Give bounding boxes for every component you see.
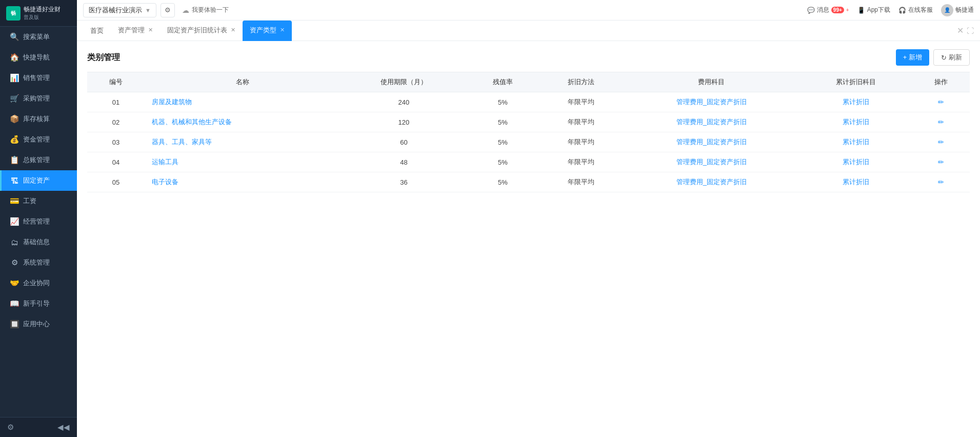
depreciation-tab-label: 固定资产折旧统计表 (167, 26, 227, 35)
edit-icon[interactable]: ✏ (938, 98, 944, 106)
cell-name: 电子设备 (145, 172, 341, 192)
sidebar-item-label: 新手引导 (23, 299, 50, 308)
sidebar-item-quick-nav[interactable]: 🏠 快捷导航 (0, 47, 77, 68)
tab-depreciation-table[interactable]: 固定资产折旧统计表 ✕ (160, 21, 243, 41)
customer-service-button[interactable]: 🎧 在线客服 (898, 6, 933, 14)
logo-text: 畅捷通好业财 普及版 (24, 5, 61, 21)
new-button[interactable]: + 新增 (896, 49, 929, 66)
home-icon: 🏠 (10, 53, 19, 62)
panel-actions: + 新增 ↻ 刷新 (896, 49, 970, 66)
cell-name: 机器、机械和其他生产设备 (145, 112, 341, 132)
sidebar-item-search[interactable]: 🔍 搜索菜单 (0, 27, 77, 47)
col-residual-rate: 残值率 (467, 72, 538, 92)
cell-operation: ✏ (912, 172, 970, 192)
cell-operation: ✏ (912, 112, 970, 132)
sidebar-item-label: 销售管理 (23, 73, 50, 83)
edit-icon[interactable]: ✏ (938, 178, 944, 186)
main-area: 医疗器械行业演示 ▼ ⚙ ☁ 我要体验一下 💬 消息 99+ + 📱 App下载… (77, 0, 980, 437)
user-profile[interactable]: 👤 畅捷通 (941, 4, 974, 16)
cell-code: 02 (87, 112, 145, 132)
folder-icon: 🗂 (10, 238, 19, 247)
refresh-label: 刷新 (949, 53, 962, 62)
sidebar-item-sales[interactable]: 📊 销售管理 (0, 68, 77, 88)
sidebar-item-purchase[interactable]: 🛒 采购管理 (0, 88, 77, 109)
tab-home[interactable]: 首页 (83, 21, 111, 41)
cell-code: 04 (87, 152, 145, 172)
app-download-label: App下载 (867, 6, 890, 14)
cell-accum-depreciation: 累计折旧 (799, 92, 912, 112)
cell-expense-account: 管理费用_固定资产折旧 (624, 92, 799, 112)
settings-button[interactable]: ⚙ (161, 3, 175, 17)
cell-useful-life: 48 (341, 152, 467, 172)
sidebar-item-operations[interactable]: 📈 经营管理 (0, 211, 77, 232)
col-accum-depreciation: 累计折旧科目 (799, 72, 912, 92)
cell-accum-depreciation: 累计折旧 (799, 112, 912, 132)
cell-depreciation-method: 年限平均 (538, 152, 624, 172)
message-icon: 💬 (807, 7, 815, 14)
operations-icon: 📈 (10, 217, 19, 226)
cloud-icon: ☁ (182, 6, 189, 14)
cell-residual-rate: 5% (467, 152, 538, 172)
sidebar-item-cooperation[interactable]: 🤝 企业协同 (0, 273, 77, 293)
close-icon[interactable]: ✕ (148, 27, 153, 33)
topbar-right: 💬 消息 99+ + 📱 App下载 🎧 在线客服 👤 畅捷通 (807, 4, 974, 16)
cell-depreciation-method: 年限平均 (538, 112, 624, 132)
sidebar-item-label: 库存核算 (23, 114, 50, 124)
close-window-icon[interactable]: ✕ (957, 26, 964, 35)
tab-asset-mgmt[interactable]: 资产管理 ✕ (111, 21, 160, 41)
refresh-button[interactable]: ↻ 刷新 (933, 49, 970, 66)
sidebar-item-inventory[interactable]: 📦 库存核算 (0, 109, 77, 129)
sidebar-item-label: 经营管理 (23, 217, 50, 226)
tabbar: 首页 资产管理 ✕ 固定资产折旧统计表 ✕ 资产类型 ✕ ✕ ⛶ (77, 21, 980, 41)
box-icon: 📦 (10, 114, 19, 124)
company-selector[interactable]: 医疗器械行业演示 ▼ (83, 3, 156, 17)
cell-name: 房屋及建筑物 (145, 92, 341, 112)
cell-residual-rate: 5% (467, 172, 538, 192)
sidebar-item-label: 采购管理 (23, 94, 50, 103)
edit-icon[interactable]: ✏ (938, 118, 944, 126)
cell-useful-life: 120 (341, 112, 467, 132)
cell-code: 05 (87, 172, 145, 192)
edit-icon[interactable]: ✏ (938, 158, 944, 166)
table-row: 01 房屋及建筑物 240 5% 年限平均 管理费用_固定资产折旧 累计折旧 ✏ (87, 92, 970, 112)
close-icon[interactable]: ✕ (280, 27, 285, 33)
col-code: 编号 (87, 72, 145, 92)
cart-icon: 🛒 (10, 94, 19, 103)
app-download-button[interactable]: 📱 App下载 (857, 6, 890, 14)
topbar: 医疗器械行业演示 ▼ ⚙ ☁ 我要体验一下 💬 消息 99+ + 📱 App下载… (77, 0, 980, 21)
sidebar-nav: 🔍 搜索菜单 🏠 快捷导航 📊 销售管理 🛒 采购管理 📦 库存核算 💰 资金管… (0, 27, 77, 417)
refresh-icon: ↻ (941, 54, 947, 62)
cell-code: 01 (87, 92, 145, 112)
username: 畅捷通 (955, 6, 974, 14)
customer-service-label: 在线客服 (908, 6, 933, 14)
sidebar-item-payroll[interactable]: 💳 工资 (0, 191, 77, 211)
category-table: 编号 名称 使用期限（月） 残值率 折旧方法 费用科目 累计折旧科目 操作 01… (87, 72, 970, 192)
settings-bottom-icon[interactable]: ⚙ (7, 423, 14, 432)
avatar: 👤 (941, 4, 953, 16)
maximize-icon[interactable]: ⛶ (967, 27, 974, 35)
collapse-icon[interactable]: ◀◀ (57, 423, 70, 432)
sidebar-item-guide[interactable]: 📖 新手引导 (0, 293, 77, 314)
cell-depreciation-method: 年限平均 (538, 132, 624, 152)
sidebar-item-label: 系统管理 (23, 258, 50, 267)
cell-operation: ✏ (912, 92, 970, 112)
sidebar-item-fixed-assets[interactable]: 🏗 固定资产 (0, 170, 77, 191)
cell-depreciation-method: 年限平均 (538, 92, 624, 112)
cell-useful-life: 60 (341, 132, 467, 152)
sidebar-item-label: 搜索菜单 (23, 32, 50, 42)
sidebar-item-basic-info[interactable]: 🗂 基础信息 (0, 232, 77, 252)
edit-icon[interactable]: ✏ (938, 138, 944, 146)
sidebar-item-app-center[interactable]: 🔲 应用中心 (0, 314, 77, 334)
experience-button[interactable]: ☁ 我要体验一下 (182, 6, 229, 14)
messages-button[interactable]: 💬 消息 99+ + (807, 6, 849, 14)
cell-accum-depreciation: 累计折旧 (799, 172, 912, 192)
sidebar: 畅 畅捷通好业财 普及版 🔍 搜索菜单 🏠 快捷导航 📊 销售管理 🛒 采购管理… (0, 0, 77, 437)
sidebar-item-ledger[interactable]: 📋 总账管理 (0, 150, 77, 170)
sidebar-bottom: ⚙ ◀◀ (0, 417, 77, 437)
money-icon: 💰 (10, 135, 19, 144)
sidebar-item-system[interactable]: ⚙ 系统管理 (0, 252, 77, 273)
tab-asset-type[interactable]: 资产类型 ✕ (243, 21, 292, 41)
cell-depreciation-method: 年限平均 (538, 172, 624, 192)
sidebar-item-capital[interactable]: 💰 资金管理 (0, 129, 77, 150)
close-icon[interactable]: ✕ (231, 27, 235, 33)
